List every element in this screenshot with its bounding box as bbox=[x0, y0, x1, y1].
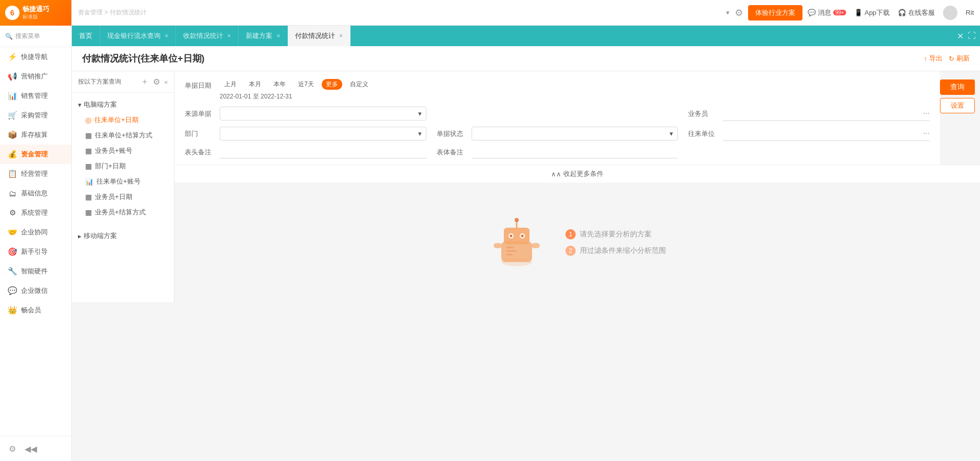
tab-cash-flow[interactable]: 现金银行流水查询 × bbox=[100, 26, 176, 46]
sidebar-search-area[interactable]: 🔍 搜索菜单 bbox=[0, 26, 71, 47]
close-all-tabs-icon[interactable]: ✕ bbox=[957, 31, 964, 41]
tab-new-plan[interactable]: 新建方案 × bbox=[239, 26, 288, 46]
jichuxinxi-icon: 🗂 bbox=[8, 189, 17, 198]
tab-payment-stats-close[interactable]: × bbox=[339, 32, 343, 39]
sidebar-item-huiyuan[interactable]: 👑 畅会员 bbox=[0, 300, 71, 320]
search-menu-button[interactable]: 🔍 搜索菜单 bbox=[5, 30, 66, 43]
add-scheme-icon[interactable]: ＋ bbox=[141, 76, 149, 87]
sidebar-item-kucun[interactable]: 📦 库存核算 bbox=[0, 125, 71, 145]
scheme-item-sales-settlement[interactable]: ▦ 业务员+结算方式 bbox=[72, 205, 174, 220]
doc-status-select[interactable]: ▾ bbox=[472, 127, 678, 141]
scheme-item-sales-account[interactable]: ▦ 业务员+账号 bbox=[72, 143, 174, 158]
date-btn-last-month[interactable]: 上月 bbox=[220, 78, 241, 90]
body-note-input[interactable] bbox=[472, 146, 678, 158]
svg-rect-1 bbox=[501, 242, 532, 262]
scheme-item-label: 部门+日期 bbox=[95, 162, 126, 171]
online-service-label: 在线客服 bbox=[908, 8, 935, 17]
jingying-icon: 📋 bbox=[8, 169, 17, 178]
sidebar-item-caigou[interactable]: 🛒 采购管理 bbox=[0, 106, 71, 125]
tab-receipts-close[interactable]: × bbox=[227, 32, 231, 39]
tab-payment-stats[interactable]: 付款情况统计 × bbox=[288, 26, 350, 46]
sidebar-item-xinshou[interactable]: 🎯 新手引导 bbox=[0, 242, 71, 262]
salesman-input[interactable]: ··· bbox=[723, 106, 930, 121]
sidebar-item-jingying[interactable]: 📋 经营管理 bbox=[0, 164, 71, 184]
query-button[interactable]: 查询 bbox=[940, 79, 975, 95]
doc-status-cell: 单据状态 ▾ bbox=[437, 126, 678, 141]
sidebar-item-kuaijie[interactable]: ⚡ 快捷导航 bbox=[0, 47, 71, 67]
topbar-right: 💬 消息 99+ 📱 App下载 🎧 在线客服 Rit bbox=[808, 6, 974, 20]
scheme-item-partner-settlement[interactable]: ▦ 往来单位+结算方式 bbox=[72, 128, 174, 143]
sidebar-item-label: 资金管理 bbox=[21, 150, 48, 159]
sidebar-item-hardware[interactable]: 🔧 智能硬件 bbox=[0, 262, 71, 281]
date-btn-last-7-days[interactable]: 近7天 bbox=[293, 78, 319, 90]
salesman-dots-icon[interactable]: ··· bbox=[923, 109, 930, 118]
expand-tab-icon[interactable]: ⛶ bbox=[968, 31, 976, 41]
topbar-settings-icon[interactable]: ⚙ bbox=[735, 7, 743, 18]
date-btn-custom[interactable]: 自定义 bbox=[345, 78, 373, 90]
salesman-cell: 业务员 ··· bbox=[688, 106, 930, 121]
tab-home[interactable]: 首页 bbox=[72, 26, 100, 46]
refresh-button[interactable]: ↻ 刷新 bbox=[949, 54, 970, 63]
svg-point-6 bbox=[521, 235, 524, 237]
online-service-button[interactable]: 🎧 在线客服 bbox=[898, 8, 935, 17]
manage-scheme-icon[interactable]: ⚙ bbox=[153, 77, 160, 87]
app-download-label: App下载 bbox=[865, 8, 890, 17]
empty-state: 1 请先选择要分析的方案 2 用过滤条件来缩小分析范围 bbox=[174, 183, 980, 302]
dept-select[interactable]: ▾ bbox=[220, 127, 426, 141]
header-note-input[interactable] bbox=[220, 146, 426, 158]
source-label: 来源单据 bbox=[185, 109, 215, 118]
scheme-icon-5: ▦ bbox=[85, 193, 92, 201]
partner-dots-icon[interactable]: ··· bbox=[923, 129, 930, 138]
sidebar-item-zijin[interactable]: 💰 资金管理 bbox=[0, 145, 71, 164]
topbar: 资金管理 > 付款情况统计 ▾ ⚙ 体验行业方案 💬 消息 99+ 📱 App下… bbox=[72, 0, 980, 26]
sidebar-item-yingxiao[interactable]: 📢 营销推广 bbox=[0, 67, 71, 86]
tab-cash-flow-close[interactable]: × bbox=[165, 32, 168, 39]
notification-icon: 💬 bbox=[808, 9, 816, 16]
collapse-conditions-button[interactable]: ∧∧ 收起更多条件 bbox=[174, 165, 980, 183]
date-btn-more[interactable]: 更多 bbox=[322, 79, 342, 90]
mobile-scheme-section: ▸ 移动端方案 bbox=[72, 224, 174, 248]
refresh-icon: ↻ bbox=[949, 55, 954, 63]
scheme-icon-1: ▦ bbox=[85, 131, 92, 139]
partner-input[interactable]: ··· bbox=[723, 126, 930, 141]
mobile-section-toggle[interactable]: ▸ 移动端方案 bbox=[72, 228, 174, 244]
side-panel-icons: ＋ ⚙ « bbox=[141, 76, 168, 87]
sidebar-item-jichuxinxi[interactable]: 🗂 基础信息 bbox=[0, 184, 71, 203]
tab-new-plan-label: 新建方案 bbox=[246, 31, 272, 41]
caigou-icon: 🛒 bbox=[8, 111, 17, 120]
date-btn-this-month[interactable]: 本月 bbox=[244, 78, 266, 90]
tab-receipts[interactable]: 收款情况统计 × bbox=[176, 26, 239, 46]
date-btn-this-year[interactable]: 本年 bbox=[269, 78, 290, 90]
scheme-icon-2: ▦ bbox=[85, 147, 92, 155]
scheme-item-partner-date[interactable]: ◎ 往来单位+日期 bbox=[72, 112, 174, 128]
app-download-button[interactable]: 📱 App下载 bbox=[854, 8, 890, 17]
page-content: 付款情况统计(往来单位+日期) ↑ 导出 ↻ 刷新 按以下方案查询 ＋ bbox=[72, 46, 980, 461]
notification-button[interactable]: 💬 消息 99+ bbox=[808, 8, 846, 17]
scheme-item-sales-date[interactable]: ▦ 业务员+日期 bbox=[72, 189, 174, 205]
scheme-item-dept-date[interactable]: ▦ 部门+日期 bbox=[72, 158, 174, 174]
date-filter-row: 单据日期 上月 本月 本年 近7天 更多 自定义 bbox=[185, 78, 930, 101]
content-wrapper: 按以下方案查询 ＋ ⚙ « ▾ 电脑端方案 ◎ 往来单位+日期 bbox=[72, 71, 980, 302]
trial-industry-button[interactable]: 体验行业方案 bbox=[748, 5, 802, 21]
date-range-display: 2022-01-01 至 2022-12-31 bbox=[220, 92, 930, 101]
desktop-scheme-section: ▾ 电脑端方案 ◎ 往来单位+日期 ▦ 往来单位+结算方式 ▦ 业务员+账号 bbox=[72, 93, 174, 224]
breadcrumb-dropdown-icon[interactable]: ▾ bbox=[726, 9, 730, 16]
settings-button[interactable]: 设置 bbox=[940, 98, 975, 113]
scheme-item-partner-account[interactable]: 📊 往来单位+账号 bbox=[72, 174, 174, 189]
body-note-label: 表体备注 bbox=[437, 148, 467, 157]
source-select[interactable]: ▾ bbox=[220, 107, 426, 121]
tab-new-plan-close[interactable]: × bbox=[277, 32, 280, 39]
collapse-sidebar-icon[interactable]: ◀◀ bbox=[24, 442, 38, 456]
settings-footer-icon[interactable]: ⚙ bbox=[5, 442, 19, 456]
sidebar-item-xitong[interactable]: ⚙ 系统管理 bbox=[0, 203, 71, 223]
sidebar-menu: ⚡ 快捷导航 📢 营销推广 📊 销售管理 🛒 采购管理 📦 库存核算 💰 资金管… bbox=[0, 47, 71, 436]
sidebar-item-qiye[interactable]: 🤝 企业协同 bbox=[0, 223, 71, 242]
sidebar-item-weixin[interactable]: 💬 企业微信 bbox=[0, 281, 71, 300]
desktop-section-toggle[interactable]: ▾ 电脑端方案 bbox=[72, 97, 174, 112]
svg-rect-13 bbox=[506, 254, 513, 255]
avatar[interactable] bbox=[943, 6, 957, 20]
scheme-item-label: 业务员+结算方式 bbox=[95, 208, 146, 217]
sidebar-item-xiaoshou[interactable]: 📊 销售管理 bbox=[0, 86, 71, 106]
collapse-panel-icon[interactable]: « bbox=[164, 78, 168, 86]
export-button[interactable]: ↑ 导出 bbox=[924, 54, 943, 63]
